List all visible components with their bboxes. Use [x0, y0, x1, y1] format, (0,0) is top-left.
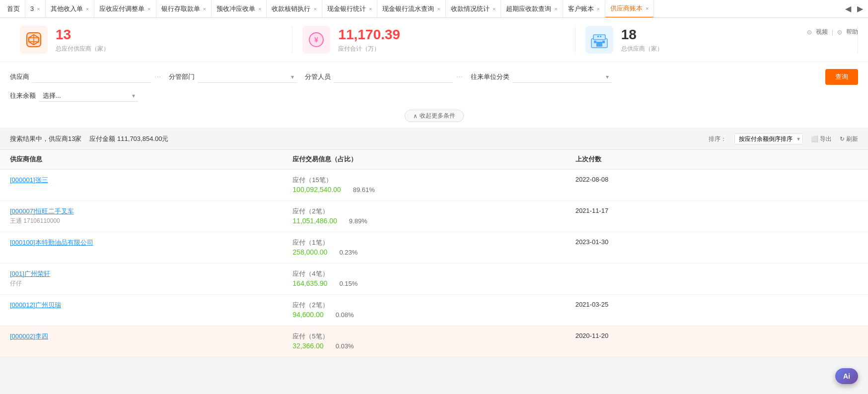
export-button[interactable]: ⬜ 导出 — [811, 135, 832, 143]
svg-text:¥: ¥ — [314, 36, 318, 44]
close-icon[interactable]: × — [493, 6, 496, 12]
nav-prev-arrow[interactable]: ◀ — [842, 0, 854, 18]
person-input[interactable] — [334, 71, 453, 83]
category-label: 往来单位分类 — [471, 72, 509, 81]
tx-label: 应付（4笔） — [292, 269, 575, 278]
nav-overdue-ar[interactable]: 超期应收款查询 × — [501, 0, 563, 18]
filter-row-1: 供应商 ··· 分管部门 分管人员 ··· 往来单位分类 查询 — [10, 69, 858, 85]
supplier-input[interactable] — [32, 71, 151, 83]
navigation-bar: 首页 3 × 其他收入单 × 应收应付调整单 × 银行存取款单 × 预收冲应收单… — [0, 0, 868, 18]
supplier-name-link[interactable]: [001]广州荣轩 — [10, 269, 292, 278]
nav-receipt-stat[interactable]: 收款情况统计 × — [446, 0, 501, 18]
tx-label: 应付（15笔） — [292, 176, 575, 185]
summary-bar: 13 总应付供应商（家） ¥ 11,170.39 应付合计（万） — [0, 18, 868, 62]
filter-dept: 分管部门 — [169, 71, 297, 83]
sort-select[interactable]: 按应付余额倒序排序 — [734, 133, 803, 144]
tx-amount: 32,366.00 — [292, 342, 323, 350]
svg-rect-13 — [600, 36, 601, 37]
nav-supplier-ledger[interactable]: 供应商账本 × — [605, 0, 654, 18]
close-icon[interactable]: × — [313, 6, 316, 12]
nav-cash-bank-flow[interactable]: 现金银行流水查询 × — [377, 0, 445, 18]
tx-amount: 11,051,486.00 — [292, 217, 337, 225]
nav-bank-deposit[interactable]: 银行存取款单 × — [156, 0, 212, 18]
table-row: [000007]恒旺二手叉车 王通 17106110000 应付（2笔） 11,… — [0, 201, 868, 232]
nav-tab3[interactable]: 3 × — [25, 0, 46, 18]
table-row: [000001]张三 应付（15笔） 100,092,540.00 89.61%… — [0, 170, 868, 201]
collapse-button[interactable]: ∧ 收起更多条件 — [405, 110, 464, 122]
category-select[interactable] — [512, 71, 612, 83]
person-dots[interactable]: ··· — [456, 72, 462, 81]
sort-label: 排序： — [709, 135, 726, 143]
supplier-name-link[interactable]: [000100]本特勤油品有限公司 — [10, 238, 292, 247]
category-select-wrapper — [512, 71, 612, 83]
table-row: [000012]广州贝瑞 应付（2笔） 94,600.00 0.08% 2021… — [0, 295, 868, 326]
tx-row: 11,051,486.00 9.89% — [292, 216, 575, 226]
table-row: [000100]本特勤油品有限公司 应付（1笔） 258,000.00 0.23… — [0, 232, 868, 263]
export-icon: ⬜ — [811, 135, 818, 142]
nav-customer-ledger[interactable]: 客户账本 × — [563, 0, 605, 18]
balance-select-wrapper: 选择... — [39, 90, 138, 102]
filter-category: 往来单位分类 — [471, 71, 612, 83]
nav-next-arrow[interactable]: ▶ — [854, 0, 866, 18]
transaction-cell: 应付（15笔） 100,092,540.00 89.61% — [292, 176, 575, 195]
refresh-button[interactable]: ↻ 刷新 — [840, 135, 858, 143]
total-suppliers-number: 18 — [621, 26, 663, 43]
help-link[interactable]: 帮助 — [846, 28, 858, 36]
summary-card-payable-suppliers: 13 总应付供应商（家） — [10, 26, 292, 54]
supplier-name-link[interactable]: [000001]张三 — [10, 176, 292, 185]
balance-select[interactable]: 选择... — [39, 90, 138, 102]
close-icon[interactable]: × — [437, 6, 440, 12]
result-count-text: 搜索结果中，供应商13家 — [10, 134, 81, 143]
result-amount-text: 应付金额 111,703,854.00元 — [89, 134, 168, 143]
tx-label: 应付（5笔） — [292, 332, 575, 341]
close-icon[interactable]: × — [147, 6, 150, 12]
video-link[interactable]: 视频 — [816, 28, 828, 36]
nav-ar-ap-adjust[interactable]: 应收应付调整单 × — [94, 0, 156, 18]
tx-row: 94,600.00 0.08% — [292, 310, 575, 320]
query-button[interactable]: 查询 — [825, 69, 858, 85]
close-icon[interactable]: × — [86, 6, 89, 12]
last-payment-cell: 2021-11-17 — [576, 207, 858, 214]
supplier-label: 供应商 — [10, 72, 29, 81]
last-payment-cell: 2022-08-08 — [576, 176, 858, 183]
nav-receipt-verify[interactable]: 收款核销执行 × — [267, 0, 322, 18]
tx-row: 32,366.00 0.03% — [292, 341, 575, 351]
card-info-total-payable: 11,170.39 应付合计（万） — [338, 26, 400, 54]
transaction-cell: 应付（5笔） 32,366.00 0.03% — [292, 332, 575, 351]
filter-row-2: 往来余额 选择... — [10, 90, 858, 102]
nav-other-income[interactable]: 其他收入单 × — [46, 0, 94, 18]
balance-label: 往来余额 — [10, 91, 36, 100]
tx-percent: 9.89% — [349, 217, 367, 225]
table-row: [000002]李四 应付（5笔） 32,366.00 0.03% 2020-1… — [0, 326, 868, 357]
last-payment-cell: 2020-11-20 — [576, 332, 858, 339]
svg-rect-12 — [597, 36, 599, 37]
tx-amount: 258,000.00 — [292, 248, 327, 256]
card-info-total-suppliers: 18 总供应商（家） — [621, 26, 663, 54]
nav-home[interactable]: 首页 — [2, 0, 25, 18]
filter-area: 供应商 ··· 分管部门 分管人员 ··· 往来单位分类 查询 — [0, 62, 868, 129]
nav-prepay-ar[interactable]: 预收冲应收单 × — [212, 0, 267, 18]
close-icon[interactable]: × — [37, 6, 40, 12]
dept-select[interactable] — [198, 71, 297, 83]
close-icon[interactable]: × — [369, 6, 372, 12]
supplier-name-link[interactable]: [000012]广州贝瑞 — [10, 301, 292, 310]
tx-row: 100,092,540.00 89.61% — [292, 185, 575, 195]
supplier-name-link[interactable]: [000007]恒旺二手叉车 — [10, 207, 292, 216]
collapse-bar: ∧ 收起更多条件 — [10, 107, 858, 123]
supplier-sub: 王通 17106110000 — [10, 217, 292, 225]
summary-card-total-payable: ¥ 11,170.39 应付合计（万） — [292, 26, 575, 54]
nav-cash-bank-stat[interactable]: 现金银行统计 × — [322, 0, 377, 18]
close-icon[interactable]: × — [554, 6, 557, 12]
supplier-name-link[interactable]: [000002]李四 — [10, 332, 292, 341]
supplier-dots[interactable]: ··· — [154, 72, 161, 81]
tx-percent: 0.03% — [336, 342, 354, 350]
close-icon[interactable]: × — [258, 6, 261, 12]
close-icon[interactable]: × — [597, 6, 600, 12]
close-icon[interactable]: × — [646, 5, 649, 11]
close-icon[interactable]: × — [203, 6, 206, 12]
tx-percent: 0.08% — [336, 311, 354, 319]
tx-amount: 94,600.00 — [292, 311, 323, 319]
tx-label: 应付（2笔） — [292, 207, 575, 216]
payable-suppliers-number: 13 — [56, 26, 109, 43]
filter-supplier: 供应商 ··· — [10, 71, 161, 83]
